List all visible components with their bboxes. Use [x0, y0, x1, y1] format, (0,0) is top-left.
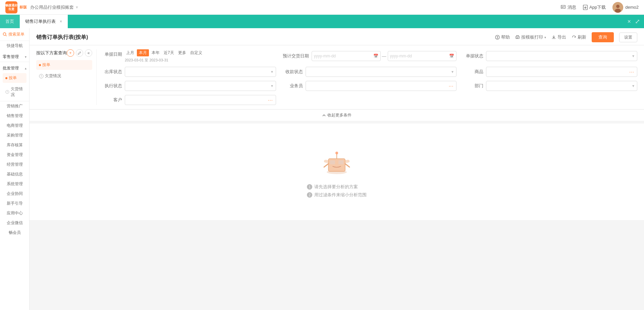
- sidebar-item-member[interactable]: 畅会员: [0, 228, 29, 238]
- help-btn[interactable]: 帮助: [495, 34, 510, 40]
- doc-status-select[interactable]: ▾: [486, 51, 637, 61]
- salesman-dots-icon[interactable]: ···: [449, 83, 454, 89]
- tab-bar-actions: × ⤢: [627, 18, 644, 25]
- filter-stock-status: 出库状态 ▾: [102, 67, 276, 77]
- app-download-action[interactable]: App下载: [583, 4, 606, 10]
- stock-status-select[interactable]: ▾: [125, 67, 276, 77]
- pay-status-select[interactable]: ▾: [306, 67, 457, 77]
- filter-row-2: 出库状态 ▾ 收款状态 ▾: [102, 67, 637, 77]
- goods-select[interactable]: ···: [486, 67, 637, 77]
- date-tabs-row: 上月 本月 本年 近7天 更多 自定义: [125, 49, 276, 56]
- filter-row-1: 单据日期 上月 本月 本年 近7天 更多 自定义 20: [102, 49, 637, 63]
- content-area: 销售订单执行表(按单) 帮助: [30, 28, 644, 310]
- retail-arrow-icon: ▾: [25, 55, 26, 59]
- sidebar-item-enterprise[interactable]: 企业协同: [0, 189, 29, 199]
- calendar-icon-end: 📅: [449, 54, 454, 58]
- svg-line-17: [324, 164, 328, 167]
- search-button[interactable]: 查询: [592, 32, 614, 42]
- sidebar-item-operation[interactable]: 经营管理: [0, 160, 29, 169]
- date-tab-7days[interactable]: 近7天: [162, 49, 175, 56]
- main-layout: 搜索菜单 快捷导航 零售管理 ▾ 批发管理 ▴ 按单: [0, 28, 644, 310]
- expected-end-placeholder: yyyy-mm-dd: [390, 54, 412, 58]
- order-dot: [5, 77, 7, 79]
- sidebar-item-order[interactable]: 按单: [3, 73, 26, 83]
- date-tab-more[interactable]: 更多: [177, 49, 187, 56]
- sidebar-item-system[interactable]: 系统管理: [0, 179, 29, 189]
- scheme-item-credit[interactable]: 欠货情况: [36, 71, 92, 81]
- edit-icon: [78, 51, 81, 55]
- salesman-select[interactable]: ···: [306, 81, 457, 91]
- expected-delivery-end[interactable]: yyyy-mm-dd 📅: [388, 51, 457, 61]
- breadcrumb[interactable]: 办公用品行业模拟账套 ▾: [30, 4, 78, 10]
- print-template-btn[interactable]: 按模板打印 ▾: [515, 34, 546, 40]
- filter-row-4: 客户 ···: [102, 95, 637, 105]
- dept-arrow: ▾: [632, 84, 634, 88]
- doc-date-label: 单据日期: [102, 49, 122, 57]
- sidebar-retail-title[interactable]: 零售管理 ▾: [0, 51, 29, 62]
- sidebar-item-marketing[interactable]: 营销推广: [0, 101, 29, 111]
- sidebar-wholesale-title[interactable]: 批发管理 ▴: [0, 62, 29, 73]
- tab-restore-icon[interactable]: ⤢: [635, 18, 640, 25]
- filter-exec-status: 执行状态 ▾: [102, 81, 276, 91]
- edit-scheme-btn[interactable]: [76, 49, 83, 57]
- logo-icon: 畅捷通好生意: [5, 1, 17, 13]
- sidebar-item-basic[interactable]: 基础信息: [0, 169, 29, 179]
- tab-close-all-icon[interactable]: ×: [627, 18, 631, 25]
- collapse-btn[interactable]: 收起更多条件: [30, 109, 644, 121]
- settings-button[interactable]: 设置: [619, 33, 637, 42]
- customer-select[interactable]: ···: [125, 95, 276, 105]
- date-tab-thismonth[interactable]: 本月: [137, 49, 149, 56]
- date-tab-lastmonth[interactable]: 上月: [125, 49, 136, 56]
- scheme-panel: 按以下方案查询 + « 按单: [36, 49, 97, 105]
- customer-dots-icon[interactable]: ···: [268, 97, 273, 103]
- sidebar-section-retail: 零售管理 ▾: [0, 51, 29, 62]
- filter-expected-delivery: 预计交货日期 yyyy-mm-dd 📅 — yyyy-mm-dd 📅: [283, 49, 457, 63]
- tab-bar: 首页 销售订单执行表 × × ⤢: [0, 15, 644, 28]
- svg-point-7: [497, 38, 498, 39]
- user-area[interactable]: demo2: [612, 2, 639, 13]
- dept-select[interactable]: ▾: [486, 81, 637, 91]
- sidebar-item-finance[interactable]: 资金管理: [0, 150, 29, 160]
- date-range-info: 2023-03-01 至 2023-03-31: [125, 58, 276, 63]
- sidebar-item-newbie[interactable]: 新手引导: [0, 199, 29, 208]
- tab-close-icon[interactable]: ×: [60, 19, 62, 24]
- calendar-icon-start: 📅: [373, 54, 378, 58]
- pay-status-arrow: ▾: [451, 69, 453, 74]
- export-icon: [551, 35, 556, 40]
- filter-pay-status: 收款状态 ▾: [283, 67, 457, 77]
- top-nav: 畅捷通好生意 标版 办公用品行业模拟账套 ▾ 消息 App下载: [0, 0, 644, 15]
- date-tab-custom[interactable]: 自定义: [189, 49, 204, 56]
- export-btn[interactable]: 导出: [551, 34, 566, 40]
- expected-delivery-start[interactable]: yyyy-mm-dd 📅: [312, 51, 381, 61]
- doc-status-label: 单据状态: [463, 53, 483, 59]
- info-icon: [39, 74, 44, 79]
- add-scheme-btn[interactable]: +: [67, 49, 74, 57]
- refresh-icon: [572, 35, 576, 40]
- sidebar-item-credit[interactable]: 欠货情况: [3, 84, 26, 100]
- tab-sales-exec[interactable]: 销售订单执行表 ×: [20, 15, 68, 28]
- sidebar-item-purchase[interactable]: 采购管理: [0, 131, 29, 140]
- scheme-item-order[interactable]: 按单: [36, 60, 92, 70]
- sidebar-item-ecommerce[interactable]: 电商管理: [0, 121, 29, 131]
- top-nav-left: 畅捷通好生意 标版 办公用品行业模拟账套 ▾: [5, 1, 78, 13]
- sidebar-item-appcenter[interactable]: 应用中心: [0, 208, 29, 218]
- message-action[interactable]: 消息: [560, 4, 576, 10]
- sidebar-item-quicknav[interactable]: 快捷导航: [0, 41, 29, 51]
- sidebar-item-inventory[interactable]: 库存核算: [0, 140, 29, 150]
- page-title-row: 销售订单执行表(按单) 帮助: [36, 32, 637, 42]
- credit-icon: [5, 90, 9, 94]
- page-header: 销售订单执行表(按单) 帮助: [30, 28, 644, 45]
- scheme-title: 按以下方案查询: [36, 50, 67, 56]
- message-icon: [560, 5, 566, 10]
- goods-dots-icon[interactable]: ···: [629, 69, 634, 74]
- sidebar-search[interactable]: 搜索菜单: [0, 28, 29, 41]
- date-tab-thisyear[interactable]: 本年: [150, 49, 161, 56]
- exec-status-select[interactable]: ▾: [125, 81, 276, 91]
- tab-home[interactable]: 首页: [0, 15, 20, 28]
- collapse-scheme-btn[interactable]: «: [85, 49, 92, 57]
- stock-status-label: 出库状态: [102, 69, 122, 75]
- sidebar-item-sales[interactable]: 销售管理: [0, 111, 29, 121]
- avatar: [612, 2, 623, 13]
- refresh-btn[interactable]: 刷新: [572, 34, 586, 40]
- sidebar-item-wechat[interactable]: 企业微信: [0, 218, 29, 228]
